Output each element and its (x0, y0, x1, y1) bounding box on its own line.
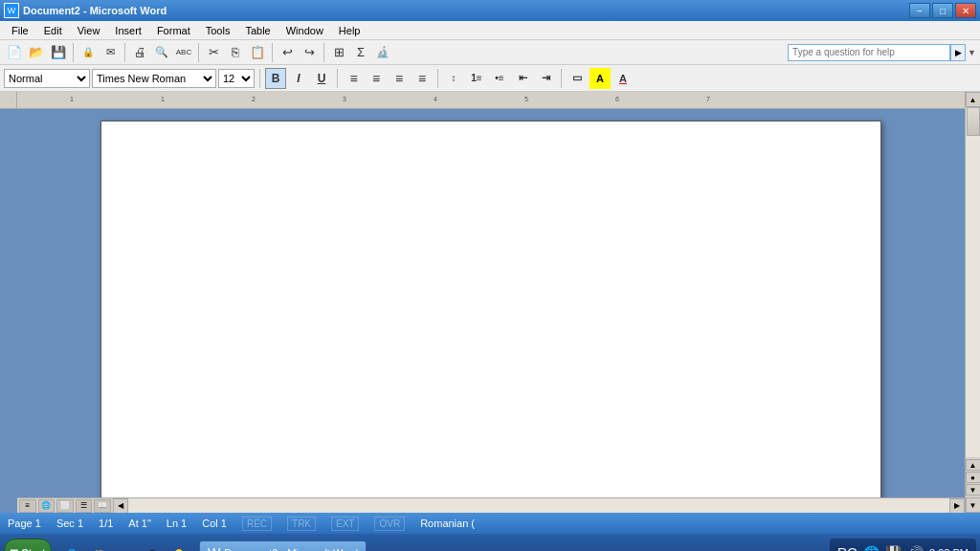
decrease-indent-button[interactable]: ⇤ (512, 68, 533, 89)
print-button[interactable] (129, 42, 150, 63)
bold-button[interactable]: B (265, 68, 286, 89)
scroll-down-button[interactable]: ▼ (966, 497, 981, 513)
align-justify-button[interactable] (412, 68, 433, 89)
folder-quicklaunch[interactable]: 📁 (86, 540, 111, 551)
quick-launch: 🌐 📁 W 🖥 😊 (59, 540, 191, 551)
paste-button[interactable] (247, 42, 268, 63)
vertical-scrollbar: ▲ ▲ ● ▼ ▼ (965, 92, 980, 513)
taskbar-tray: RO 🌐 💾 🔊 8:03 PM (830, 539, 976, 551)
new-button[interactable] (4, 42, 25, 63)
window-title: Document2 - Microsoft Word (23, 5, 167, 16)
insert-table-button[interactable] (328, 42, 349, 63)
maximize-button[interactable]: □ (932, 3, 953, 18)
ruler-mark: 2 (252, 96, 256, 102)
start-button[interactable]: ⊞ Start (4, 539, 52, 551)
help-go-button[interactable]: ▶ (950, 44, 966, 61)
scroll-up-button[interactable]: ▲ (966, 92, 981, 107)
italic-button[interactable]: I (288, 68, 309, 89)
permission-button[interactable]: 🔒 (78, 42, 99, 63)
research-button[interactable] (372, 42, 393, 63)
spell-check-button[interactable] (173, 42, 194, 63)
align-right-button[interactable] (389, 68, 410, 89)
bullets-button[interactable]: •≡ (489, 68, 510, 89)
toolbar-standard: 🔒 ✉ ▶ ▼ (0, 40, 980, 65)
font-color-button[interactable]: A (612, 68, 634, 89)
windows-logo: ⊞ (10, 547, 18, 552)
taskbar-app-icon: W (208, 545, 220, 551)
scroll-track[interactable] (966, 107, 981, 457)
underline-button[interactable]: U (311, 68, 332, 89)
highlight-button[interactable]: A (590, 68, 611, 89)
scroll-thumb[interactable] (967, 107, 980, 136)
title-bar: W Document2 - Microsoft Word − □ ✕ (0, 0, 980, 21)
ruler-mark: 3 (343, 96, 346, 102)
copy-button[interactable] (225, 42, 246, 63)
menu-file[interactable]: File (4, 23, 36, 38)
outside-border-button[interactable]: ▭ (567, 68, 588, 89)
increase-indent-button[interactable]: ⇥ (535, 68, 556, 89)
document-page[interactable] (100, 121, 881, 497)
minimize-button[interactable]: − (909, 3, 930, 18)
ie-quicklaunch[interactable]: 🌐 (59, 540, 84, 551)
rec-badge: REC (242, 517, 272, 531)
menu-window[interactable]: Window (278, 23, 331, 38)
select-browse-object-button[interactable]: ● (966, 472, 981, 483)
taskbar-word-app[interactable]: W Document2 - Microsoft Word (199, 540, 367, 551)
ruler-mark: 1 (161, 96, 165, 102)
print-preview-button[interactable] (151, 42, 172, 63)
section-status: Sec 1 (56, 518, 83, 529)
menu-table[interactable]: Table (237, 23, 278, 38)
ruler-mark: 7 (706, 96, 710, 102)
menu-format[interactable]: Format (149, 23, 198, 38)
print-view-button[interactable]: ⬜ (56, 499, 74, 513)
undo-button[interactable] (277, 42, 298, 63)
view-buttons: ≡ 🌐 ⬜ ☰ 📖 (17, 497, 113, 513)
close-button[interactable]: ✕ (955, 3, 976, 18)
window-controls: − □ ✕ (909, 3, 976, 18)
menu-view[interactable]: View (70, 23, 108, 38)
help-dropdown-arrow[interactable]: ▼ (968, 48, 976, 57)
menu-help[interactable]: Help (331, 23, 368, 38)
next-page-button[interactable]: ▼ (966, 484, 981, 496)
numbering-button[interactable]: 1≡ (466, 68, 487, 89)
help-search-input[interactable] (788, 44, 950, 61)
cut-button[interactable] (203, 42, 224, 63)
ruler-mark: 1 (70, 96, 74, 102)
align-left-button[interactable] (343, 68, 364, 89)
normal-view-button[interactable]: ≡ (19, 499, 36, 513)
desktop-quicklaunch[interactable]: 🖥 (140, 540, 165, 551)
ruler-mark: 5 (524, 96, 528, 102)
scroll-left-button[interactable]: ◀ (113, 498, 128, 514)
at-position-status: At 1" (128, 518, 150, 529)
speaker-icon[interactable]: 🔊 (907, 545, 924, 551)
word-quicklaunch[interactable]: W (113, 540, 138, 551)
chat-quicklaunch[interactable]: 😊 (167, 540, 191, 551)
web-view-button[interactable]: 🌐 (38, 499, 56, 513)
ext-badge: EXT (331, 517, 359, 531)
email-button[interactable]: ✉ (100, 42, 121, 63)
trk-badge: TRK (287, 517, 316, 531)
scroll-track[interactable] (128, 498, 949, 514)
line-spacing-button[interactable]: ↕ (443, 68, 464, 89)
prev-page-button[interactable]: ▲ (966, 459, 981, 471)
outline-view-button[interactable]: ☰ (76, 499, 93, 513)
app-icon: W (4, 3, 19, 18)
save-button[interactable] (48, 42, 69, 63)
separator (337, 69, 338, 88)
align-center-button[interactable] (366, 68, 387, 89)
font-size-select[interactable]: 12 (218, 69, 255, 88)
reading-view-button[interactable]: 📖 (94, 499, 111, 513)
open-button[interactable] (26, 42, 47, 63)
redo-button[interactable] (299, 42, 320, 63)
ruler-corner (0, 92, 17, 109)
page-scroll-area[interactable] (17, 109, 965, 497)
menu-tools[interactable]: Tools (198, 23, 238, 38)
menu-insert[interactable]: Insert (107, 23, 149, 38)
lang-indicator[interactable]: RO (837, 545, 858, 551)
scroll-right-button[interactable]: ▶ (949, 498, 965, 514)
font-select[interactable]: Times New Roman (92, 69, 216, 88)
separator (437, 69, 438, 88)
word-count-button[interactable] (350, 42, 371, 63)
menu-edit[interactable]: Edit (36, 23, 70, 38)
style-select[interactable]: Normal (4, 69, 90, 88)
